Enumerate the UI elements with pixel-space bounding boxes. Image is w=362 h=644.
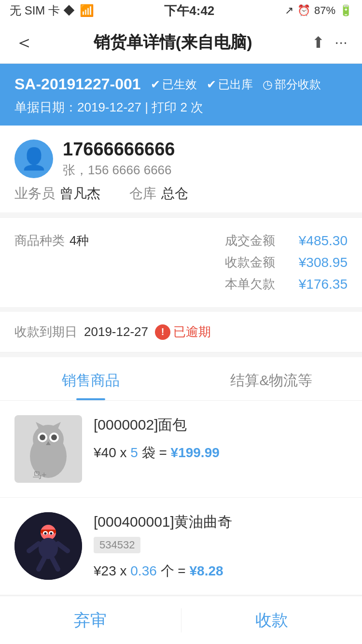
product-image-2 [14, 512, 82, 580]
list-item: 鸟+ [0000002]面包 ¥40 x 5 袋 = ¥199.99 [0, 401, 362, 498]
svg-rect-13 [41, 530, 56, 533]
product-total-2: ¥8.28 [189, 563, 223, 578]
sim-label: 无 SIM 卡 ◆ [10, 3, 75, 18]
customer-phone: 17666666666 [63, 139, 175, 160]
customer-info: 17666666666 张，156 6666 6666 [63, 139, 175, 179]
back-button[interactable]: ＜ [14, 29, 34, 56]
list-item: [000400001]黄油曲奇 534532 ¥23 x 0.36 个 = ¥8… [0, 498, 362, 595]
product-type-value: 4种 [70, 232, 89, 249]
debt-label: 本单欠款 [225, 276, 275, 293]
status-bar: 无 SIM 卡 ◆ 📶 下午4:42 ↗ ⏰ 87% 🔋 [0, 0, 362, 21]
more-icon[interactable]: ··· [334, 33, 348, 51]
clock-icon [263, 78, 273, 91]
due-date: 2019-12-27 [84, 324, 148, 339]
battery-label: 87% [314, 4, 335, 17]
customer-name: 张，156 6666 6666 [63, 162, 175, 179]
amount-row: 成交金额 ¥485.30 [225, 232, 348, 249]
warehouse-value: 总仓 [161, 184, 188, 203]
product-image-1: 鸟+ [14, 415, 82, 483]
location-icon: ↗ [285, 4, 293, 17]
check-icon-shipped [207, 78, 216, 91]
product-type-label: 商品种类 [14, 232, 65, 249]
warehouse-label: 仓库 [129, 184, 156, 203]
badge-shipped: 已出库 [207, 77, 253, 92]
status-left: 无 SIM 卡 ◆ 📶 [10, 3, 94, 18]
alarm-icon: ⏰ [297, 4, 310, 17]
tabs: 销售商品 结算&物流等 [0, 357, 362, 401]
product-info-2: [000400001]黄油曲奇 534532 ¥23 x 0.36 个 = ¥8… [94, 512, 348, 580]
badge-partial-label: 部分收款 [275, 77, 321, 92]
page-title: 销货单详情(来自电脑) [94, 31, 252, 54]
order-banner: SA-20191227-001 已生效 已出库 部分收款 单据日期：2019-1… [0, 64, 362, 126]
tab-sales[interactable]: 销售商品 [0, 357, 181, 400]
nav-bar: ＜ 销货单详情(来自电脑) ⬆ ··· [0, 21, 362, 64]
amount-label: 成交金额 [225, 232, 275, 249]
product-total-1: ¥199.99 [171, 445, 220, 460]
overdue-badge: ! 已逾期 [155, 323, 211, 340]
wifi-icon: 📶 [80, 4, 94, 17]
avatar: 👤 [14, 140, 53, 178]
order-id: SA-20191227-001 [14, 75, 141, 93]
cancel-review-button[interactable]: 弃审 [0, 600, 181, 641]
svg-point-2 [33, 425, 64, 454]
badge-active: 已生效 [151, 77, 197, 92]
product-qty-1: 5 [130, 445, 138, 460]
collected-value: ¥308.95 [285, 255, 348, 270]
product-name-1: [0000002]面包 [94, 415, 348, 435]
overdue-icon: ! [155, 324, 170, 340]
debt-row: 本单欠款 ¥176.35 [225, 276, 348, 293]
product-qty-2: 0.36 [130, 563, 157, 578]
badge-shipped-label: 已出库 [218, 77, 253, 92]
product-type-row: 商品种类 4种 [14, 232, 89, 249]
svg-point-22 [50, 532, 53, 535]
svg-point-21 [44, 532, 47, 535]
bottom-bar: 弃审 收款 [0, 596, 362, 644]
svg-point-6 [51, 434, 57, 440]
battery-icon: 🔋 [339, 4, 352, 17]
badge-active-label: 已生效 [162, 77, 197, 92]
svg-text:鸟+: 鸟+ [33, 470, 47, 480]
customer-meta-row: 业务员 曾凡杰 仓库 总仓 [14, 184, 348, 203]
check-icon-active [151, 78, 160, 91]
customer-row: 👤 17666666666 张，156 6666 6666 [14, 139, 348, 179]
stats-right: 成交金额 ¥485.30 收款金额 ¥308.95 本单欠款 ¥176.35 [225, 232, 348, 293]
salesperson-label: 业务员 [14, 184, 55, 203]
salesperson-value: 曾凡杰 [60, 184, 100, 203]
product-list: 鸟+ [0000002]面包 ¥40 x 5 袋 = ¥199.99 [0, 401, 362, 595]
avatar-icon: 👤 [21, 146, 47, 171]
stats-left: 商品种类 4种 [14, 232, 89, 249]
tab-settlement[interactable]: 结算&物流等 [181, 357, 362, 400]
product-info-1: [0000002]面包 ¥40 x 5 袋 = ¥199.99 [94, 415, 348, 462]
share-icon[interactable]: ⬆ [312, 33, 325, 52]
product-tag-2: 534532 [94, 537, 140, 553]
order-date-line: 单据日期：2019-12-27 | 打印 2 次 [14, 99, 348, 116]
customer-section: 👤 17666666666 张，156 6666 6666 业务员 曾凡杰 仓库… [0, 126, 362, 212]
due-label: 收款到期日 [14, 323, 77, 340]
due-section: 收款到期日 2019-12-27 ! 已逾期 [0, 312, 362, 352]
status-time: 下午4:42 [164, 2, 214, 19]
svg-point-14 [39, 538, 58, 559]
product-price-2: ¥23 x 0.36 个 = ¥8.28 [94, 562, 348, 580]
product-name-2: [000400001]黄油曲奇 [94, 512, 348, 532]
collected-row: 收款金额 ¥308.95 [225, 254, 348, 271]
collect-payment-button[interactable]: 收款 [181, 600, 362, 641]
product-price-1: ¥40 x 5 袋 = ¥199.99 [94, 444, 348, 462]
amount-value: ¥485.30 [285, 233, 348, 249]
status-right: ↗ ⏰ 87% 🔋 [285, 4, 352, 17]
stats-section: 商品种类 4种 成交金额 ¥485.30 收款金额 ¥308.95 本单欠款 ¥… [0, 218, 362, 307]
badge-partial: 部分收款 [263, 77, 321, 92]
salesperson-item: 业务员 曾凡杰 [14, 184, 100, 203]
warehouse-item: 仓库 总仓 [129, 184, 188, 203]
nav-icons: ⬆ ··· [312, 33, 348, 52]
overdue-text: 已逾期 [173, 323, 211, 340]
svg-point-5 [40, 434, 45, 440]
order-banner-row1: SA-20191227-001 已生效 已出库 部分收款 [14, 75, 348, 93]
collected-label: 收款金额 [225, 254, 275, 271]
debt-value: ¥176.35 [285, 277, 348, 292]
